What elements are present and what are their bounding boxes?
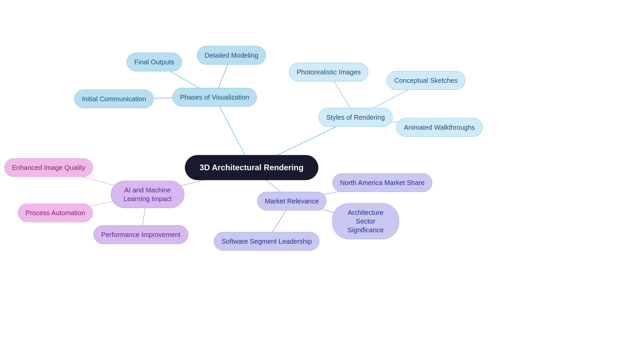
final-outputs-node: Final Outputs xyxy=(127,53,182,71)
enhanced-image-node: Enhanced Image Quality xyxy=(4,158,93,177)
photorealistic-node: Photorealistic Images xyxy=(289,63,368,81)
market-relevance-node: Market Relevance xyxy=(257,192,326,210)
phases-node: Phases of Visualization xyxy=(172,88,257,107)
animated-walkthroughs-node: Animated Walkthroughs xyxy=(396,118,483,137)
conceptual-sketches-node: Conceptual Sketches xyxy=(386,71,465,90)
ai-impact-node: AI and Machine Learning Impact xyxy=(111,181,184,208)
process-automation-node: Process Automation xyxy=(18,203,93,222)
styles-rendering-node: Styles of Rendering xyxy=(319,108,393,127)
center-node: 3D Architectural Rendering xyxy=(185,155,318,180)
performance-improvement-node: Performance Improvement xyxy=(94,225,189,244)
architecture-sector-node: Architecture Sector Significance xyxy=(332,203,399,239)
detailed-modeling-node: Detailed Modeling xyxy=(197,46,266,65)
software-segment-node: Software Segment Leadership xyxy=(214,232,319,251)
initial-communication-node: Initial Communication xyxy=(74,89,154,108)
north-america-node: North America Market Share xyxy=(332,173,432,192)
